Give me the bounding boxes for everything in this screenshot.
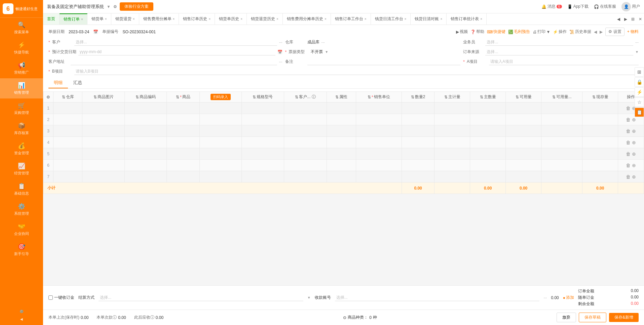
row-available-more[interactable] bbox=[541, 103, 582, 114]
row-attributes[interactable] bbox=[327, 171, 356, 182]
remarks-input[interactable] bbox=[307, 58, 461, 65]
row-stock-qty[interactable] bbox=[582, 125, 618, 137]
tab-sales-order[interactable]: 销售订单 × bbox=[60, 13, 87, 25]
nav-prev-icon[interactable]: ◀ bbox=[594, 30, 597, 34]
row-product-code[interactable] bbox=[124, 103, 166, 114]
row-spec[interactable] bbox=[242, 125, 284, 137]
row-main-qty[interactable] bbox=[470, 148, 506, 160]
copy-icon[interactable]: ⊕ bbox=[632, 128, 636, 134]
row-available-more[interactable] bbox=[541, 125, 582, 137]
receipt-dots[interactable]: ··· bbox=[543, 295, 547, 300]
row-main-qty[interactable] bbox=[470, 125, 506, 137]
tab-expense-history[interactable]: 销售费用分摊单历史 × bbox=[283, 13, 331, 25]
warehouse-dots[interactable]: ··· bbox=[321, 40, 325, 45]
row-customer-code[interactable] bbox=[284, 160, 327, 171]
row-available-qty[interactable] bbox=[506, 114, 541, 125]
save-new-btn[interactable]: 保存&新增 bbox=[609, 313, 639, 322]
shortcut-btn[interactable]: ⌨ 快捷键 bbox=[487, 29, 505, 35]
row-product-img[interactable] bbox=[82, 114, 124, 125]
row-spec[interactable] bbox=[242, 171, 284, 182]
sidebar-item-quick-nav[interactable]: ⚡ 快捷导航 bbox=[0, 38, 43, 58]
sidebar-item-inventory[interactable]: 📦 库存核算 bbox=[0, 119, 43, 139]
salesperson-input[interactable] bbox=[485, 39, 633, 46]
profit-btn[interactable]: 💹 毛利预告 bbox=[508, 29, 530, 35]
row-attributes[interactable] bbox=[327, 160, 356, 171]
tab-close-all-btn[interactable]: ✕ bbox=[637, 17, 644, 22]
row-warehouse[interactable] bbox=[53, 171, 82, 182]
row-available-more[interactable] bbox=[541, 160, 582, 171]
sidebar-settings-btn[interactable]: ⚙️ bbox=[18, 308, 25, 315]
row-available-qty[interactable] bbox=[506, 171, 541, 182]
customer-input[interactable] bbox=[74, 39, 277, 46]
delete-icon[interactable]: 🗑 bbox=[626, 128, 631, 134]
row-product-name[interactable] bbox=[167, 125, 199, 137]
row-available-qty[interactable] bbox=[506, 148, 541, 160]
copy-icon[interactable]: ⊕ bbox=[632, 151, 636, 157]
tab-summary[interactable]: 汇总 bbox=[68, 78, 87, 88]
row-product-img[interactable] bbox=[82, 160, 124, 171]
right-tool-1[interactable]: ⊞ bbox=[635, 67, 644, 77]
sort-icon[interactable]: ⇅ bbox=[368, 95, 371, 99]
user-menu-btn[interactable]: 👤 用户 bbox=[621, 2, 640, 11]
row-main-qty[interactable] bbox=[470, 114, 506, 125]
sort-icon[interactable]: ⇅ bbox=[444, 95, 448, 99]
row-sales-unit[interactable] bbox=[356, 125, 402, 137]
operation-btn[interactable]: ⚡ 操作 bbox=[553, 29, 567, 35]
sidebar-item-finance[interactable]: 💰 资金管理 bbox=[0, 139, 43, 159]
add-receive-btn[interactable]: ● 添加 bbox=[563, 295, 574, 300]
row-attributes[interactable] bbox=[327, 125, 356, 137]
row-customer-code[interactable] bbox=[284, 114, 327, 125]
row-spec[interactable] bbox=[242, 160, 284, 171]
tab-close-icon[interactable]: × bbox=[276, 17, 278, 21]
delivery-calendar-icon[interactable]: 📅 bbox=[277, 50, 282, 54]
col-settings-icon[interactable]: ⚙ bbox=[46, 95, 50, 99]
sidebar-item-guide[interactable]: 🎯 新手引导 bbox=[0, 240, 43, 260]
print-btn[interactable]: 🖨 打印 ▼ bbox=[533, 29, 550, 35]
row-product-code[interactable] bbox=[124, 160, 166, 171]
add-material-btn[interactable]: + 物料 bbox=[627, 29, 639, 35]
tab-sales-expense[interactable]: 销售费用分摊单 × bbox=[139, 13, 179, 25]
tab-delivery-history[interactable]: 销货单历史 × bbox=[215, 13, 247, 25]
help-btn[interactable]: ❓ 帮助 bbox=[470, 29, 484, 35]
row-sales-unit[interactable] bbox=[356, 114, 402, 125]
sort-icon[interactable]: ⇅ bbox=[411, 95, 414, 99]
sort-icon[interactable]: ⇅ bbox=[253, 95, 256, 99]
tab-close-icon[interactable]: × bbox=[405, 17, 407, 21]
calendar-icon[interactable]: 📅 bbox=[93, 30, 98, 34]
row-main-qty[interactable] bbox=[470, 160, 506, 171]
invoice-dropdown-icon[interactable]: ▼ bbox=[325, 50, 328, 54]
row-customer-code[interactable] bbox=[284, 103, 327, 114]
row-quantity2[interactable] bbox=[402, 160, 434, 171]
row-warehouse[interactable] bbox=[53, 114, 82, 125]
row-product-name[interactable] bbox=[167, 137, 199, 148]
row-product-img[interactable] bbox=[82, 125, 124, 137]
tab-close-icon[interactable]: × bbox=[173, 17, 175, 21]
row-product-name[interactable] bbox=[167, 114, 199, 125]
tab-close-icon[interactable]: × bbox=[480, 17, 482, 21]
tab-detail[interactable]: 明细 bbox=[48, 78, 68, 88]
row-product-name[interactable] bbox=[167, 103, 199, 114]
row-main-unit[interactable] bbox=[434, 103, 470, 114]
tab-next-btn[interactable]: ▶ bbox=[622, 17, 629, 22]
settings-icon[interactable]: ⚙ bbox=[113, 4, 117, 9]
tab-sales-workbench[interactable]: 销售订单工作台 × bbox=[331, 13, 371, 25]
order-source-dropdown-icon[interactable]: ▼ bbox=[635, 50, 639, 54]
row-available-more[interactable] bbox=[541, 171, 582, 182]
row-customer-code[interactable] bbox=[284, 125, 327, 137]
copy-icon[interactable]: ⊕ bbox=[632, 140, 636, 145]
row-sales-unit[interactable] bbox=[356, 137, 402, 148]
payment-dropdown-icon[interactable]: ▼ bbox=[307, 296, 311, 299]
row-product-img[interactable] bbox=[82, 103, 124, 114]
row-spec[interactable] bbox=[242, 148, 284, 160]
copy-icon[interactable]: ⊕ bbox=[632, 163, 636, 168]
delete-icon[interactable]: 🗑 bbox=[626, 151, 631, 157]
tab-close-icon[interactable]: × bbox=[209, 17, 211, 21]
row-available-qty[interactable] bbox=[506, 125, 541, 137]
copy-icon[interactable]: ⊕ bbox=[632, 174, 636, 179]
tab-return-history[interactable]: 销货退货历史 × bbox=[247, 13, 283, 25]
sort-icon[interactable]: ⇅ bbox=[93, 95, 97, 99]
one-click-settle-check[interactable]: 一键收订金 bbox=[48, 295, 74, 300]
row-customer-code[interactable] bbox=[284, 148, 327, 160]
tab-close-icon[interactable]: × bbox=[365, 17, 367, 21]
b-project-input[interactable] bbox=[74, 68, 639, 75]
